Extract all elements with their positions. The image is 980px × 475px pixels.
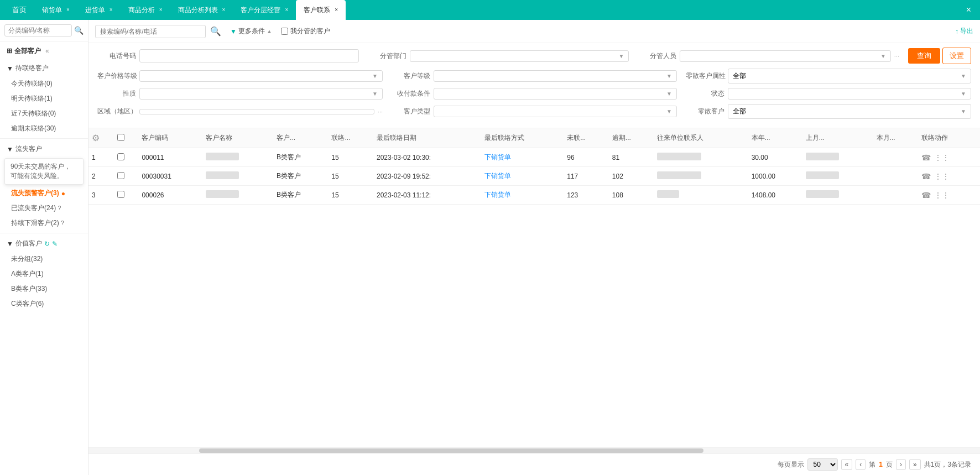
row3-contact-icon[interactable]: ☎ <box>921 191 931 200</box>
window-close-button[interactable]: × <box>962 5 976 15</box>
sidebar-item-7days-pending[interactable]: 近7天待联络(0) <box>0 106 88 121</box>
toolbar-search-icon[interactable]: 🔍 <box>210 26 221 36</box>
col-contact[interactable]: 联络... <box>328 128 373 148</box>
export-btn[interactable]: ↑ 导出 <box>955 27 973 36</box>
toolbar-search-input[interactable] <box>95 25 206 38</box>
close-product-analysis-tab[interactable]: × <box>159 0 163 20</box>
row3-type: B类客户 <box>273 186 328 205</box>
filter-nature-select[interactable]: ▼ <box>139 88 383 100</box>
row3-last-month <box>802 186 873 205</box>
row2-more-icon[interactable]: ⋮⋮ <box>934 172 950 181</box>
filter-price-grade-select[interactable]: ▼ <box>139 70 383 82</box>
sidebar-item-class-b[interactable]: B类客户(33) <box>0 281 88 296</box>
filter-manager-more[interactable]: ··· <box>894 53 899 59</box>
col-type[interactable]: 客户... <box>273 128 328 148</box>
row3-checkbox[interactable] <box>114 186 138 205</box>
row3-last-type-link[interactable]: 下销货单 <box>484 191 511 199</box>
select-all-checkbox[interactable] <box>117 134 124 141</box>
sidebar-item-class-a[interactable]: A类客户(1) <box>0 267 88 281</box>
col-code[interactable]: 客户编码 <box>138 128 202 148</box>
sidebar-item-lost-warning[interactable]: 流失预警客户(3) ● <box>0 186 88 201</box>
first-page-btn[interactable]: « <box>841 459 853 470</box>
filter-status-label: 状态 <box>686 89 724 98</box>
sidebar-all-customers[interactable]: ⊞ 全部客户 « <box>0 41 88 60</box>
col-this-month[interactable]: 本月... <box>873 128 919 148</box>
declining-help-icon[interactable]: ? <box>61 220 64 226</box>
filter-scattered-attr-select[interactable]: 全部 ▼ <box>728 69 971 83</box>
col-contact-person[interactable]: 往来单位联系人 <box>654 128 748 148</box>
table-settings-icon[interactable]: ⚙ <box>92 133 100 143</box>
sidebar-item-declining[interactable]: 持续下滑客户(2) ? <box>0 216 88 231</box>
sidebar-item-tomorrow-pending[interactable]: 明天待联络(1) <box>0 91 88 106</box>
filter-region-more[interactable]: ··· <box>378 108 383 115</box>
refresh-icon[interactable]: ↻ <box>44 240 50 248</box>
edit-icon[interactable]: ✎ <box>52 240 58 248</box>
filter-scattered-customer-select[interactable]: 全部 ▼ <box>728 104 971 119</box>
sidebar-collapse-btn[interactable]: « <box>43 46 51 56</box>
sidebar-item-ungroped[interactable]: 未分组(32) <box>0 252 88 267</box>
nav-tab-product-analysis-list[interactable]: 商品分析列表 × <box>170 0 233 20</box>
help-icon[interactable]: ? <box>58 205 61 211</box>
sidebar-item-class-c[interactable]: C类客户(6) <box>0 296 88 311</box>
last-page-btn[interactable]: » <box>909 459 921 470</box>
filter-phone-input[interactable] <box>139 49 359 62</box>
next-page-btn[interactable]: › <box>896 459 906 470</box>
more-conditions-btn[interactable]: ▼ 更多条件 ▲ <box>226 24 277 38</box>
filter-manager-select[interactable]: ▼ <box>680 50 891 62</box>
close-product-analysis-list-tab[interactable]: × <box>222 0 226 20</box>
row1-last-type-link[interactable]: 下销货单 <box>484 153 511 161</box>
nav-tab-sales[interactable]: 销货单 × <box>34 0 77 20</box>
filter-payment-select[interactable]: ▼ <box>434 88 677 100</box>
col-last-contact-type[interactable]: 最后联络方式 <box>481 128 564 148</box>
row2-checkbox[interactable] <box>114 167 138 186</box>
row2-contact-icon[interactable]: ☎ <box>921 172 931 181</box>
query-button[interactable]: 查询 <box>908 48 940 64</box>
nav-tab-customer-contact[interactable]: 客户联系 × <box>296 0 346 20</box>
col-overdue[interactable]: 逾期... <box>609 128 654 148</box>
filter-row-1: 电话号码 分管部门 ▼ 分管人员 ▼ ··· <box>97 48 971 64</box>
close-customer-layer-tab[interactable]: × <box>285 0 288 20</box>
row3-action: ☎ ⋮⋮ <box>918 186 980 205</box>
sidebar-search-icon[interactable]: 🔍 <box>74 26 84 35</box>
filter-customer-type-select[interactable]: ▼ <box>434 106 677 117</box>
nav-tab-home[interactable]: 首页 <box>4 0 34 20</box>
close-sales-tab[interactable]: × <box>66 0 70 20</box>
row2-last-type-link[interactable]: 下销货单 <box>484 172 511 180</box>
sidebar-section-pending[interactable]: ▼ 待联络客户 <box>0 60 88 76</box>
filter-dept-select[interactable]: ▼ <box>410 50 629 62</box>
horizontal-scrollbar-thumb[interactable] <box>199 448 703 453</box>
nav-tab-customer-layer[interactable]: 客户分层经营 × <box>233 0 296 20</box>
per-page-select[interactable]: 50 20 100 <box>807 458 838 471</box>
row1-contact-icon[interactable]: ☎ <box>921 153 931 162</box>
col-name[interactable]: 客户名称 <box>202 128 273 148</box>
sidebar-section-value[interactable]: ▼ 价值客户 ↻ ✎ <box>0 236 88 252</box>
close-purchase-tab[interactable]: × <box>110 0 113 20</box>
prev-page-btn[interactable]: ‹ <box>856 459 866 470</box>
nav-tab-purchase[interactable]: 进货单 × <box>77 0 121 20</box>
sidebar-section-lost[interactable]: ▼ 流失客户 <box>0 141 88 157</box>
close-customer-contact-tab[interactable]: × <box>335 0 338 20</box>
row1-checkbox[interactable] <box>114 148 138 167</box>
my-customers-checkbox[interactable] <box>281 28 288 35</box>
sidebar-item-overdue-pending[interactable]: 逾期未联络(30) <box>0 121 88 136</box>
filter-region-select[interactable] <box>139 109 374 114</box>
my-customers-checkbox-label[interactable]: 我分管的客户 <box>281 27 330 36</box>
col-settings[interactable]: ⚙ <box>88 128 114 148</box>
filter-customer-grade-select[interactable]: ▼ <box>434 70 677 82</box>
customer-type-chevron-icon: ▼ <box>666 108 672 114</box>
col-this-year[interactable]: 本年... <box>748 128 802 148</box>
row2-this-month <box>873 167 919 186</box>
col-no-contact[interactable]: 未联... <box>564 128 609 148</box>
settings-button[interactable]: 设置 <box>942 48 971 64</box>
sidebar-item-already-lost[interactable]: 已流失客户(24) ? <box>0 201 88 216</box>
row3-more-icon[interactable]: ⋮⋮ <box>934 191 950 200</box>
sidebar-item-today-pending[interactable]: 今天待联络(0) <box>0 76 88 91</box>
col-last-contact-date[interactable]: 最后联络日期 <box>373 128 481 148</box>
col-last-month[interactable]: 上月... <box>802 128 873 148</box>
filter-status-select[interactable]: ▼ <box>728 88 971 100</box>
sidebar-search-area: 🔍 <box>0 20 88 41</box>
sidebar-search-input[interactable] <box>4 24 72 36</box>
row1-more-icon[interactable]: ⋮⋮ <box>934 153 950 162</box>
nav-tab-product-analysis[interactable]: 商品分析 × <box>121 0 170 20</box>
row3-this-month <box>873 186 919 205</box>
